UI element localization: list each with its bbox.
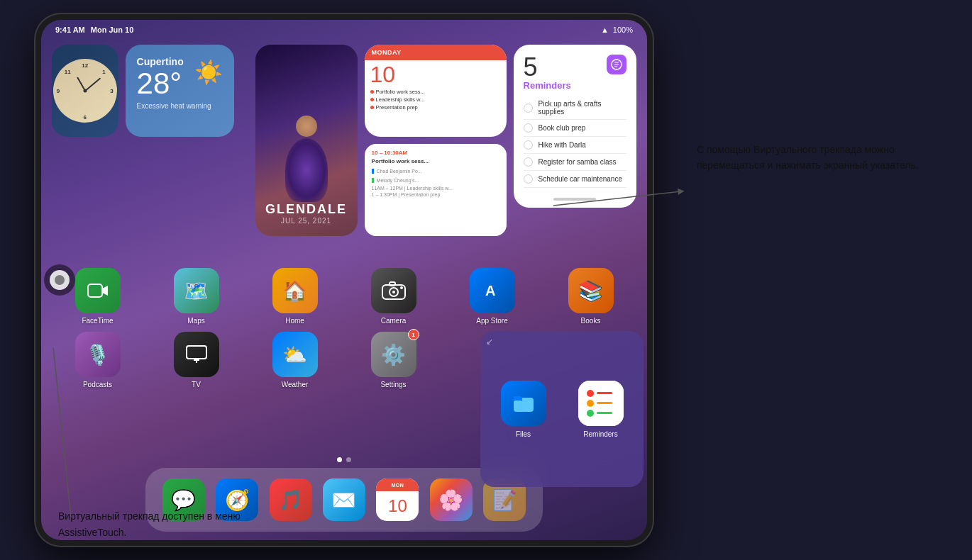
camera-label: Camera (381, 317, 407, 325)
glendale-figure (278, 116, 335, 215)
books-icon: 📚 (568, 268, 614, 313)
svg-text:A: A (485, 283, 495, 298)
settings-icon: ⚙️ 1 (371, 332, 416, 377)
photos-dock-icon: 🌸 (430, 478, 473, 521)
status-bar: 9:41 AM Mon Jun 10 ▲ 100% (41, 20, 647, 40)
glendale-date: JUL 25, 2021 (255, 217, 358, 225)
home-icon: 🏠 (272, 268, 318, 313)
reminders-app-icon (607, 55, 626, 74)
glendale-name: GLENDALE (255, 202, 358, 217)
resize-handle-icon[interactable]: ↙ (486, 337, 493, 347)
dock-calendar[interactable]: MON 10 (376, 478, 419, 521)
app-weather[interactable]: ⛅ Weather (272, 332, 318, 388)
svg-rect-11 (390, 282, 395, 286)
ipad-frame: 9:41 AM Mon Jun 10 ▲ 100% 12 3 6 9 1 11 (35, 14, 653, 546)
svg-rect-18 (514, 396, 522, 401)
status-right: ▲ 100% (601, 26, 633, 34)
assistive-touch-button[interactable] (44, 264, 75, 296)
calendar-day: 10 (370, 63, 501, 86)
calendar-header: MONDAY (365, 45, 507, 60)
glendale-label: GLENDALE JUL 25, 2021 (255, 202, 358, 225)
calendar-widget[interactable]: MONDAY 10 Portfolio work sess... Leaders… (365, 45, 507, 137)
schedule-header: 10 – 10:30AM (372, 150, 499, 156)
page-dots (337, 457, 351, 462)
calendar-events: Portfolio work sess... Leadership skills… (370, 88, 501, 111)
podcasts-label: Podcasts (83, 381, 112, 388)
app-camera[interactable]: Camera (371, 268, 416, 325)
reminder-item-3: Register for samba class (524, 154, 626, 171)
camera-icon (371, 268, 416, 313)
books-label: Books (581, 317, 601, 325)
wifi-icon: ▲ (601, 26, 609, 34)
reminders-folder-label: Reminders (583, 430, 617, 438)
weather-icon: ☀️ (194, 59, 223, 86)
weather-app-icon: ⛅ (272, 332, 318, 377)
app-home[interactable]: 🏠 Home (272, 268, 318, 325)
weather-description: Excessive heat warning (137, 101, 223, 111)
reminders-count: 5 (524, 55, 571, 80)
home-label: Home (285, 317, 304, 325)
settings-label: Settings (380, 381, 406, 388)
status-date: Mon Jun 10 (91, 26, 134, 34)
reminder-item-2: Hike with Darla (524, 137, 626, 154)
clock-widget[interactable]: 12 3 6 9 1 11 (52, 45, 118, 137)
folder-popup: ↙ Files Reminders (480, 331, 644, 487)
app-tv[interactable]: TV (174, 332, 219, 388)
reminders-header: 5 Reminders (524, 55, 626, 91)
calendar-month: MONDAY (372, 49, 402, 56)
callout-right: С помощью Виртуального трекпада можно пе… (697, 142, 938, 174)
battery-icon: 100% (613, 26, 633, 34)
svg-marker-7 (102, 286, 108, 296)
appstore-label: App Store (476, 317, 507, 325)
reminders-title: Reminders (524, 80, 571, 91)
files-folder-icon (501, 381, 546, 426)
svg-rect-6 (88, 284, 102, 297)
weather-app-label: Weather (282, 381, 309, 388)
dock-photos[interactable]: 🌸 (430, 478, 473, 521)
maps-icon: 🗺️ (174, 268, 219, 313)
tv-icon (174, 332, 219, 377)
app-appstore[interactable]: A App Store (470, 268, 515, 325)
status-time: 9:41 AM (55, 26, 85, 34)
cal-event-2: Presentation prep (370, 103, 501, 111)
podcasts-icon: 🎙️ (75, 332, 121, 377)
reminder-item-4: Schedule car maintenance (524, 171, 626, 188)
files-label: Files (516, 430, 531, 438)
app-books[interactable]: 📚 Books (568, 268, 614, 325)
reminder-item-1: Book club prep (524, 120, 626, 137)
folder-files[interactable]: Files (501, 381, 546, 438)
app-maps[interactable]: 🗺️ Maps (174, 268, 219, 325)
app-facetime[interactable]: FaceTime (75, 268, 121, 325)
glendale-widget[interactable]: GLENDALE JUL 25, 2021 (255, 45, 358, 236)
reminders-scroll-indicator (553, 198, 596, 201)
settings-badge: 1 (408, 329, 419, 340)
svg-point-12 (400, 286, 403, 289)
clock-center (83, 89, 87, 93)
folder-reminders[interactable]: Reminders (578, 381, 624, 438)
app-podcasts[interactable]: 🎙️ Podcasts (75, 332, 121, 388)
reminder-item-0: Pick up arts & crafts supplies (524, 96, 626, 120)
reminders-widget[interactable]: 5 Reminders Pick up arts & cra (514, 45, 636, 208)
cal-event-0: Portfolio work sess... (370, 88, 501, 96)
tv-label: TV (192, 381, 201, 388)
facetime-label: FaceTime (82, 317, 113, 325)
reminders-folder-icon (578, 381, 624, 426)
clock-face: 12 3 6 9 1 11 (53, 59, 117, 123)
widgets-area: 12 3 6 9 1 11 Cupertino 28° ☀️ Excessive… (52, 45, 636, 257)
dock-mail[interactable]: ✉️ (323, 478, 365, 521)
appstore-icon: A (470, 268, 515, 313)
apps-row-1: FaceTime 🗺️ Maps 🏠 Home Camera A App (52, 268, 636, 325)
assistive-inner (50, 270, 70, 290)
weather-widget[interactable]: Cupertino 28° ☀️ Excessive heat warning (126, 45, 234, 137)
clock-minute-hand (84, 77, 100, 91)
callout-left-text: Виртуальный трекпад доступен в меню Assi… (58, 508, 278, 540)
calendar-dock-day: 10 (376, 491, 419, 521)
calendar-dock-icon: MON 10 (376, 478, 419, 521)
schedule-widget[interactable]: 10 – 10:30AM Portfolio work sess... Chad… (365, 144, 507, 236)
page-dot-2 (346, 457, 351, 462)
maps-label: Maps (187, 317, 204, 325)
svg-point-10 (392, 291, 395, 293)
callout-right-text: С помощью Виртуального трекпада можно пе… (697, 142, 938, 174)
app-settings[interactable]: ⚙️ 1 Settings (371, 332, 416, 388)
svg-rect-14 (187, 346, 206, 359)
